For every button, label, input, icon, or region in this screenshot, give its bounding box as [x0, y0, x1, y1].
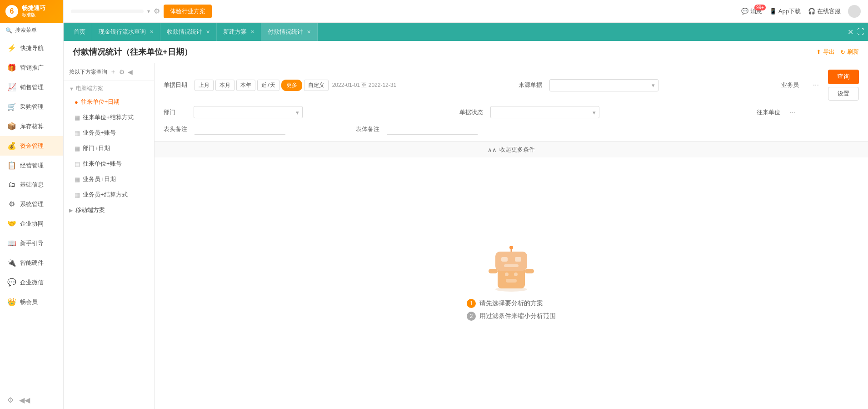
date-btn-this-month[interactable]: 本月	[215, 80, 234, 91]
filter-row-date: 单据日期 上月 本月 本年 近7天 更多 自定义 2022-01-01 至 20…	[164, 70, 859, 101]
svg-rect-6	[504, 264, 519, 267]
system-icon: ⚙	[7, 200, 16, 208]
tab-bank-flow-close[interactable]: ✕	[150, 29, 154, 35]
page-header: 付款情况统计（往来单位+日期） ⬆ 导出 ↻ 刷新	[64, 41, 868, 63]
svg-rect-13	[506, 279, 517, 283]
sidebar-footer: ⚙ ◀◀	[0, 391, 63, 409]
panel-gear-btn[interactable]: ⚙	[119, 68, 125, 76]
date-btn-custom[interactable]: 自定义	[304, 80, 329, 91]
tab-payment-stat-close[interactable]: ✕	[307, 29, 311, 35]
sidebar-item-base[interactable]: 🗂 基础信息	[0, 175, 63, 194]
query-btn[interactable]: 查询	[828, 70, 859, 84]
tab-bar: 首页 现金银行流水查询 ✕ 收款情况统计 ✕ 新建方案 ✕ 付款情况统计 ✕ ✕…	[64, 23, 868, 41]
mobile-arrow-icon: ▶	[69, 207, 73, 213]
robot-svg	[484, 246, 539, 292]
panel-add-btn[interactable]: ＋	[110, 68, 116, 76]
sidebar-item-quick-nav[interactable]: ⚡ 快捷导航	[0, 38, 63, 58]
mobile-section[interactable]: ▶ 移动端方案	[64, 202, 154, 218]
empty-text: 1 请先选择要分析的方案 2 用过滤条件来缩小分析范围	[467, 299, 556, 321]
tab-new-plan[interactable]: 新建方案 ✕	[217, 23, 261, 41]
sidebar-item-marketing[interactable]: 🎁 营销推广	[0, 58, 63, 77]
date-btn-last7[interactable]: 近7天	[257, 80, 279, 91]
panel-item-dept-date[interactable]: ▦ 部门+日期	[64, 141, 154, 156]
vip-icon: 👑	[7, 298, 16, 306]
left-panel: 按以下方案查询 ＋ ⚙ ◀ ▼ 电脑端方案 ● 往来单位+日期 ▦ 往来单位+结…	[64, 63, 155, 409]
sidebar-item-operation[interactable]: 📋 经营管理	[0, 156, 63, 175]
collapse-arrow-icon: ∧∧	[488, 146, 497, 153]
sidebar-item-guide[interactable]: 📖 新手引导	[0, 233, 63, 253]
sidebar-item-fund[interactable]: 💰 资金管理	[0, 136, 63, 156]
table-body-note-input[interactable]	[387, 124, 478, 135]
sidebar-item-hardware[interactable]: 🔌 智能硬件	[0, 253, 63, 273]
panel-item-unit-date[interactable]: ● 往来单位+日期	[64, 94, 154, 110]
panel-item-staff-date[interactable]: ▦ 业务员+日期	[64, 172, 154, 187]
panel-item-unit-settle[interactable]: ▦ 往来单位+结算方式	[64, 110, 154, 125]
date-btn-last-month[interactable]: 上月	[195, 80, 214, 91]
right-content: 单据日期 上月 本月 本年 近7天 更多 自定义 2022-01-01 至 20…	[155, 63, 868, 409]
svg-rect-8	[525, 269, 534, 273]
salesperson-dots[interactable]: ···	[811, 81, 821, 89]
tab-new-plan-close[interactable]: ✕	[250, 29, 254, 35]
staff-account-icon: ▦	[75, 130, 80, 136]
topbar-gear-icon[interactable]: ⚙	[154, 7, 160, 15]
empty-step2: 2 用过滤条件来缩小分析范围	[467, 312, 556, 321]
settings-btn[interactable]: 设置	[828, 87, 859, 101]
empty-illustration	[484, 246, 539, 292]
table-header-note-input[interactable]	[195, 124, 285, 135]
step1-num: 1	[467, 299, 476, 308]
topbar-right: 💬 消息 99+ 📱 App下载 🎧 在线客服	[741, 5, 861, 18]
messages-btn[interactable]: 💬 消息 99+	[741, 7, 762, 15]
date-btn-this-year[interactable]: 本年	[236, 80, 255, 91]
voucher-status-select-wrap	[490, 106, 599, 118]
export-btn[interactable]: ⬆ 导出	[816, 48, 835, 56]
svg-rect-5	[515, 257, 521, 262]
source-voucher-select[interactable]	[549, 79, 658, 91]
sidebar-item-system[interactable]: ⚙ 系统管理	[0, 194, 63, 214]
settings-footer-btn[interactable]: ⚙	[7, 396, 14, 404]
panel-item-unit-account[interactable]: ▤ 往来单位+账号	[64, 156, 154, 172]
app-download-btn[interactable]: 📱 App下载	[769, 7, 801, 15]
panel-item-staff-settle[interactable]: ▦ 业务员+结算方式	[64, 187, 154, 202]
panel-header-label: 按以下方案查询	[69, 68, 107, 76]
sidebar-nav: ⚡ 快捷导航 🎁 营销推广 📈 销售管理 🛒 采购管理 📦 库存核算 💰 资金管…	[0, 38, 63, 391]
pc-section-arrow[interactable]: ▼	[69, 86, 74, 91]
sidebar-item-vip[interactable]: 👑 畅会员	[0, 292, 63, 312]
guide-icon: 📖	[7, 239, 16, 247]
svg-point-10	[509, 246, 513, 249]
search-menu[interactable]: 🔍 搜索菜单	[0, 23, 63, 38]
base-icon: 🗂	[7, 181, 16, 189]
sidebar-item-wechat[interactable]: 💬 企业微信	[0, 273, 63, 292]
staff-date-icon: ▦	[75, 176, 80, 183]
tab-payment-stat[interactable]: 付款情况统计 ✕	[261, 23, 318, 41]
voucher-status-select[interactable]	[490, 106, 599, 118]
user-avatar[interactable]	[848, 5, 861, 18]
tab-bank-flow[interactable]: 现金银行流水查询 ✕	[92, 23, 160, 41]
fund-icon: 💰	[7, 141, 16, 150]
address-bar[interactable]	[71, 10, 144, 13]
staff-settle-icon: ▦	[75, 192, 80, 198]
voucher-status-label: 单据状态	[459, 108, 483, 116]
tab-expand-icon[interactable]: ⛶	[857, 28, 864, 36]
collapse-sidebar-btn[interactable]: ◀◀	[19, 396, 30, 404]
department-select[interactable]	[194, 106, 303, 118]
empty-step1: 1 请先选择要分析的方案	[467, 299, 556, 308]
tab-close-all-icon[interactable]: ✕	[848, 28, 853, 36]
panel-collapse-btn[interactable]: ◀	[128, 68, 133, 76]
panel-item-staff-account[interactable]: ▦ 业务员+账号	[64, 125, 154, 141]
partner-dots[interactable]: ···	[788, 108, 797, 116]
sidebar-item-sales[interactable]: 📈 销售管理	[0, 77, 63, 97]
online-service-btn[interactable]: 🎧 在线客服	[808, 7, 841, 15]
sidebar-item-enterprise[interactable]: 🤝 企业协同	[0, 214, 63, 233]
refresh-btn[interactable]: ↻ 刷新	[840, 48, 859, 56]
table-body-note-label: 表体备注	[356, 125, 379, 133]
collapse-more-btn[interactable]: ∧∧ 收起更多条件	[155, 141, 868, 157]
tab-receipt-stat[interactable]: 收款情况统计 ✕	[160, 23, 217, 41]
date-btn-more[interactable]: 更多	[281, 80, 302, 91]
sidebar-item-inventory[interactable]: 📦 库存核算	[0, 116, 63, 136]
tab-receipt-stat-close[interactable]: ✕	[206, 29, 210, 35]
message-icon: 💬	[741, 8, 748, 15]
sidebar-item-purchase[interactable]: 🛒 采购管理	[0, 97, 63, 116]
address-chevron-icon[interactable]: ▾	[147, 8, 150, 15]
tab-home[interactable]: 首页	[67, 23, 92, 41]
trial-btn[interactable]: 体验行业方案	[164, 5, 212, 18]
